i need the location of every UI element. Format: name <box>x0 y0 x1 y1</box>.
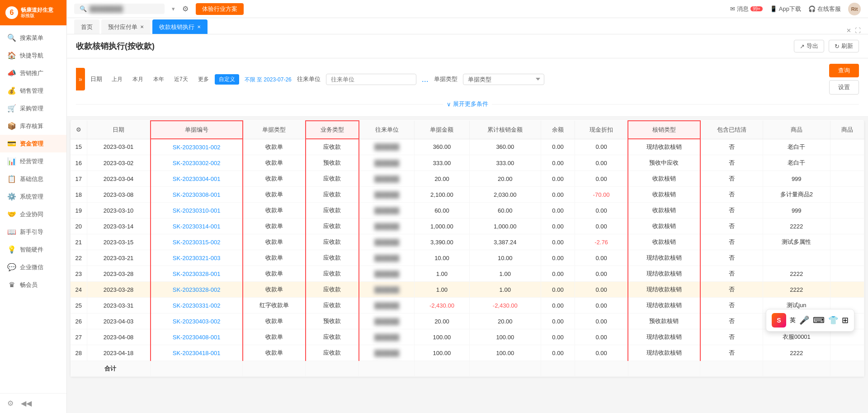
doc-type-select[interactable]: 单据类型 <box>463 74 544 85</box>
date-this-month-button[interactable]: 本月 <box>128 74 147 85</box>
keyboard-icon[interactable]: ⌨ <box>813 315 825 325</box>
doc-no-link[interactable]: SK-20230403-002 <box>173 318 221 325</box>
query-button[interactable]: 查询 <box>829 64 859 77</box>
table-row: 19 2023-03-10 SK-20230310-001 收款单 应收款 ██… <box>71 203 864 218</box>
tab-home[interactable]: 首页 <box>74 19 99 34</box>
col-header-cancel-type: 核销类型 <box>628 121 700 139</box>
doc-no-link[interactable]: SK-20230418-001 <box>173 350 221 356</box>
phone-icon: 📱 <box>770 5 777 12</box>
doc-no-link[interactable]: SK-20230321-003 <box>173 255 221 261</box>
maximize-icon[interactable]: ⛶ <box>855 27 861 34</box>
expand-line-left <box>76 104 443 104</box>
col-header-product2: 商品 <box>830 121 864 139</box>
doc-no-link[interactable]: SK-20230304-001 <box>173 176 221 182</box>
cell-doc-no: SK-20230418-001 <box>151 345 243 361</box>
cell-amount: 3,390.00 <box>415 234 469 250</box>
cell-partner: ██████ <box>359 234 415 250</box>
cell-partner: ██████ <box>359 218 415 234</box>
sidebar-item-enterprise[interactable]: 🤝 企业协同 <box>0 205 66 223</box>
doc-no-link[interactable]: SK-20230328-001 <box>173 271 221 277</box>
online-service-button[interactable]: 🎧 在线客服 <box>808 5 841 13</box>
sidebar-item-label-sales: 销售管理 <box>20 87 43 95</box>
tab-collection-label: 收款核销执行 <box>159 23 194 31</box>
sidebar-item-finance[interactable]: 💳 资金管理 <box>0 135 66 152</box>
cell-no: 22 <box>71 250 87 266</box>
filter-settings-button[interactable]: 设置 <box>829 80 859 95</box>
date-custom-button[interactable]: 自定义 <box>215 74 239 85</box>
tab-prepay-close-icon[interactable]: ✕ <box>140 24 144 29</box>
cell-partner: ██████ <box>359 155 415 171</box>
col-header-settings[interactable]: ⚙ <box>71 121 87 139</box>
cell-product2 <box>830 203 864 218</box>
settings-icon[interactable]: ⚙ <box>7 399 14 408</box>
doc-no-link[interactable]: SK-20230308-001 <box>173 191 221 198</box>
partner-more-button[interactable]: ... <box>422 75 429 83</box>
total-partner <box>359 361 415 377</box>
tab-collection-close-icon[interactable]: ✕ <box>197 24 201 29</box>
mic-icon[interactable]: 🎤 <box>799 315 809 325</box>
industry-solution-button[interactable]: 体验行业方案 <box>196 3 244 15</box>
date-this-year-button[interactable]: 本年 <box>149 74 168 85</box>
doc-no-link[interactable]: SK-20230302-002 <box>173 160 221 166</box>
sidebar-item-quick[interactable]: 🏠 快捷导航 <box>0 47 66 64</box>
expand-conditions-button[interactable]: ∨ 展开更多条件 <box>447 97 488 111</box>
date-7days-button[interactable]: 近7天 <box>170 74 192 85</box>
date-prev-month-button[interactable]: 上月 <box>108 74 127 85</box>
sidebar-item-sales[interactable]: 💰 销售管理 <box>0 82 66 100</box>
cell-partner: ██████ <box>359 345 415 361</box>
partner-input[interactable] <box>326 74 416 85</box>
message-button[interactable]: ✉ 消息 99+ <box>730 5 763 13</box>
shirt-icon[interactable]: 👕 <box>828 315 838 325</box>
sidebar-item-marketing[interactable]: 📣 营销推广 <box>0 64 66 82</box>
cell-balance: 0.00 <box>541 266 575 282</box>
cell-no: 18 <box>71 187 87 203</box>
sidebar-item-purchase[interactable]: 🛒 采购管理 <box>0 100 66 117</box>
cell-discount: -70.00 <box>575 187 628 203</box>
cell-accum: 100.00 <box>469 345 541 361</box>
sidebar-item-member[interactable]: ♛ 畅会员 <box>0 276 66 294</box>
cell-balance: 0.00 <box>541 187 575 203</box>
cell-product2 <box>830 218 864 234</box>
topbar-dropdown-arrow[interactable]: ▾ <box>172 5 175 12</box>
inventory-icon: 📦 <box>7 122 16 130</box>
table-row: 25 2023-03-31 SK-20230331-002 红字收款单 应收款 … <box>71 298 864 313</box>
app-download-button[interactable]: 📱 App下载 <box>770 5 801 13</box>
cell-amount: 100.00 <box>415 345 469 361</box>
sidebar-item-wechat[interactable]: 💬 企业微信 <box>0 258 66 276</box>
doc-no-link[interactable]: SK-20230408-001 <box>173 334 221 341</box>
doc-no-link[interactable]: SK-20230301-002 <box>173 144 221 151</box>
tab-collection[interactable]: 收款核销执行 ✕ <box>152 19 208 34</box>
close-tab-icon[interactable]: ✕ <box>846 27 851 34</box>
sidebar-item-basic[interactable]: 📋 基础信息 <box>0 170 66 188</box>
cell-discount: 0.00 <box>575 345 628 361</box>
topbar-gear-icon[interactable]: ⚙ <box>182 5 189 13</box>
sidebar-item-system[interactable]: ⚙️ 系统管理 <box>0 188 66 205</box>
doc-no-link[interactable]: SK-20230315-002 <box>173 239 221 246</box>
grid-icon[interactable]: ⊞ <box>842 315 849 325</box>
tab-prepay[interactable]: 预付应付单 ✕ <box>101 19 151 34</box>
sidebar-item-operation[interactable]: 📊 经营管理 <box>0 152 66 170</box>
sidebar-item-search[interactable]: 🔍 搜索菜单 <box>0 29 66 47</box>
user-avatar[interactable]: Rit <box>848 3 861 15</box>
cell-biz-type: 应收款 <box>306 329 359 345</box>
cell-doc-no: SK-20230321-003 <box>151 250 243 266</box>
operation-icon: 📊 <box>7 157 16 166</box>
doc-no-link[interactable]: SK-20230310-001 <box>173 207 221 214</box>
refresh-button[interactable]: ↻ 刷新 <box>829 40 859 52</box>
sidebar-item-inventory[interactable]: 📦 库存核算 <box>0 117 66 135</box>
filter-expand-button[interactable]: » <box>76 68 85 90</box>
collapse-icon[interactable]: ◀◀ <box>21 399 32 408</box>
cell-discount: 0.00 <box>575 155 628 171</box>
export-button[interactable]: ↗ 导出 <box>794 40 824 52</box>
doc-no-link[interactable]: SK-20230314-001 <box>173 223 221 230</box>
cell-balance: 0.00 <box>541 234 575 250</box>
doc-no-link[interactable]: SK-20230328-002 <box>173 286 221 293</box>
date-more-button[interactable]: 更多 <box>194 74 213 85</box>
doc-no-link[interactable]: SK-20230331-002 <box>173 302 221 309</box>
cell-amount: 333.00 <box>415 155 469 171</box>
total-discount <box>575 361 628 377</box>
cell-product: 999 <box>763 203 830 218</box>
sidebar-item-hardware[interactable]: 💡 智能硬件 <box>0 241 66 258</box>
sidebar-item-label-quick: 快捷导航 <box>20 52 43 60</box>
sidebar-item-guide[interactable]: 📖 新手引导 <box>0 223 66 241</box>
